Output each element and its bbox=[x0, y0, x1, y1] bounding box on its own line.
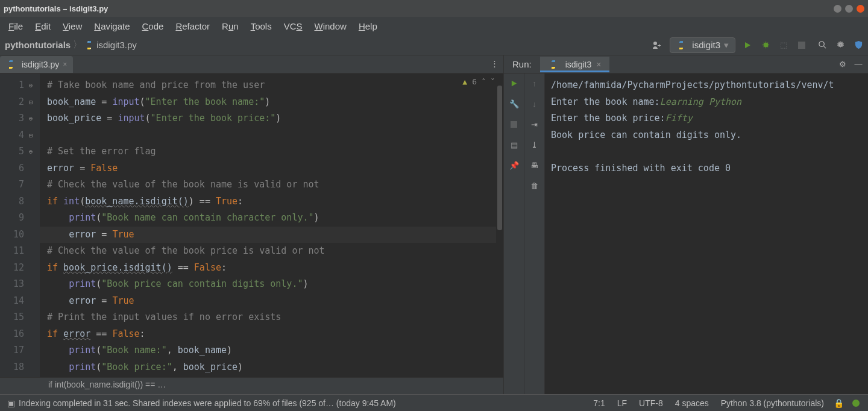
pin-icon[interactable]: 📌 bbox=[509, 160, 519, 170]
svg-point-0 bbox=[87, 41, 88, 42]
search-icon[interactable] bbox=[817, 40, 827, 50]
tool-windows-icon[interactable]: ▣ bbox=[4, 398, 19, 408]
add-user-icon[interactable] bbox=[652, 40, 661, 50]
window-title: pythontutorials – isdigit3.py bbox=[4, 4, 108, 13]
run-toolbar-col1: 🔧 ▤ 📌 bbox=[504, 74, 524, 394]
down-arrow-icon[interactable]: ↓ bbox=[530, 99, 539, 108]
stop-button[interactable] bbox=[797, 40, 807, 50]
console-output[interactable]: /home/fahmida/PycharmProjects/pythontuto… bbox=[545, 74, 868, 394]
python-file-icon bbox=[6, 60, 16, 69]
breadcrumb-inline[interactable]: if int(book_name.isdigit()) == … bbox=[48, 380, 166, 389]
gear-icon[interactable]: ⚙ bbox=[838, 60, 848, 69]
menu-refactor[interactable]: Refactor bbox=[169, 19, 216, 34]
run-body: 🔧 ▤ 📌 ↑ ↓ ⇥ ⤓ 🖶 🗑 /home/fahmida/PycharmP… bbox=[504, 74, 868, 394]
wrench-icon[interactable]: 🔧 bbox=[509, 99, 519, 108]
gear-icon[interactable] bbox=[835, 40, 845, 50]
line-separator[interactable]: LF bbox=[611, 398, 633, 408]
menu-edit[interactable]: Edit bbox=[29, 19, 57, 34]
python-icon bbox=[676, 40, 686, 50]
chevron-down-icon: ▾ bbox=[724, 40, 729, 51]
editor-tabs: isdigit3.py × ⋮ bbox=[0, 55, 503, 74]
scrollbar-thumb[interactable] bbox=[497, 86, 502, 230]
editor-tab-label: isdigit3.py bbox=[22, 60, 59, 69]
chevron-right-icon: 〉 bbox=[73, 39, 82, 51]
run-config-name: isdigit3 bbox=[692, 40, 720, 50]
status-indicator-icon[interactable] bbox=[852, 400, 860, 407]
chevron-up-icon[interactable]: ˄ bbox=[482, 77, 486, 86]
warning-icon: ▲ bbox=[462, 77, 467, 86]
editor-tab-isdigit3[interactable]: isdigit3.py × bbox=[0, 56, 73, 73]
hide-panel-icon[interactable]: — bbox=[854, 60, 863, 69]
window-titlebar: pythontutorials – isdigit3.py bbox=[0, 0, 868, 17]
debug-button[interactable] bbox=[761, 40, 770, 50]
breadcrumb-file-item[interactable]: isdigit3.py bbox=[84, 40, 137, 50]
svg-point-4 bbox=[819, 42, 823, 46]
menu-window[interactable]: Window bbox=[309, 19, 353, 34]
breadcrumb: pythontutorials 〉 isdigit3.py bbox=[5, 39, 137, 51]
editor-panel: isdigit3.py × ⋮ 123456789101112131415161… bbox=[0, 55, 504, 394]
line-number-gutter: 123456789101112131415161718 bbox=[0, 74, 29, 377]
file-encoding[interactable]: UTF-8 bbox=[633, 398, 669, 408]
editor-breadcrumb-bar: if int(book_name.isdigit()) == … bbox=[0, 377, 503, 394]
breadcrumb-root[interactable]: pythontutorials bbox=[5, 40, 71, 50]
tab-close-icon[interactable]: × bbox=[63, 60, 67, 69]
code-content[interactable]: # Take book name and price from the user… bbox=[40, 74, 503, 377]
run-header: Run: isdigit3 × ⚙ — bbox=[504, 55, 868, 74]
warning-count: 6 bbox=[472, 77, 477, 86]
status-message: Indexing completed in 31 sec. Shared ind… bbox=[19, 398, 396, 408]
menu-help[interactable]: Help bbox=[353, 19, 383, 34]
python-interpreter[interactable]: Python 3.8 (pythontutorials) bbox=[715, 398, 830, 408]
soft-wrap-icon[interactable]: ⇥ bbox=[530, 119, 539, 129]
chevron-down-icon[interactable]: ˅ bbox=[491, 77, 495, 86]
ide-shield-icon[interactable] bbox=[854, 40, 863, 50]
menu-code[interactable]: Code bbox=[136, 19, 170, 34]
python-icon bbox=[549, 60, 558, 69]
run-button[interactable] bbox=[743, 40, 752, 50]
run-tab-label: isdigit3 bbox=[565, 60, 592, 69]
run-tool-window: Run: isdigit3 × ⚙ — 🔧 ▤ 📌 ↑ ↓ ⇥ ⤓ bbox=[504, 55, 868, 394]
svg-point-1 bbox=[90, 48, 90, 48]
run-config-selector[interactable]: isdigit3 ▾ bbox=[670, 37, 735, 53]
run-toolbar-col2: ↑ ↓ ⇥ ⤓ 🖶 🗑 bbox=[524, 74, 545, 394]
close-icon[interactable] bbox=[857, 5, 864, 13]
menu-run[interactable]: Run bbox=[216, 19, 245, 34]
stop-button[interactable] bbox=[509, 119, 519, 129]
more-tabs-icon[interactable]: ⋮ bbox=[491, 59, 498, 68]
code-editor[interactable]: 123456789101112131415161718 ⊖⊟⊖⊟⊖ # Take… bbox=[0, 74, 503, 377]
editor-scrollbar[interactable] bbox=[496, 74, 503, 377]
menu-view[interactable]: View bbox=[57, 19, 88, 34]
fold-gutter: ⊖⊟⊖⊟⊖ bbox=[29, 74, 40, 377]
minimize-icon[interactable] bbox=[834, 5, 841, 13]
coverage-button[interactable]: ⬚ bbox=[779, 40, 788, 50]
trash-icon[interactable]: 🗑 bbox=[530, 181, 539, 190]
main-split: isdigit3.py × ⋮ 123456789101112131415161… bbox=[0, 55, 868, 394]
svg-rect-3 bbox=[798, 42, 805, 49]
breadcrumb-file: isdigit3.py bbox=[96, 40, 137, 50]
svg-rect-6 bbox=[511, 121, 517, 128]
tab-close-icon[interactable]: × bbox=[596, 60, 601, 69]
menu-navigate[interactable]: Navigate bbox=[88, 19, 136, 34]
print-icon[interactable]: 🖶 bbox=[530, 160, 539, 170]
python-file-icon bbox=[84, 40, 94, 50]
run-tab-isdigit3[interactable]: isdigit3 × bbox=[540, 57, 610, 72]
menu-vcs[interactable]: VCS bbox=[278, 19, 309, 34]
inspection-widget[interactable]: ▲ 6 ˄ ˅ bbox=[462, 77, 495, 86]
run-title: Run: bbox=[504, 59, 540, 69]
up-arrow-icon[interactable]: ↑ bbox=[530, 78, 539, 88]
layout-icon[interactable]: ▤ bbox=[509, 140, 519, 149]
indent-setting[interactable]: 4 spaces bbox=[669, 398, 715, 408]
caret-position[interactable]: 7:1 bbox=[587, 398, 611, 408]
status-bar: ▣ Indexing completed in 31 sec. Shared i… bbox=[0, 394, 868, 411]
navigation-toolbar: pythontutorials 〉 isdigit3.py isdigit3 ▾… bbox=[0, 35, 868, 55]
rerun-button[interactable] bbox=[509, 78, 519, 88]
maximize-icon[interactable] bbox=[845, 5, 853, 13]
lock-icon[interactable]: 🔒 bbox=[830, 398, 848, 408]
scroll-end-icon[interactable]: ⤓ bbox=[530, 140, 539, 149]
menu-file[interactable]: File bbox=[2, 19, 29, 34]
menu-tools[interactable]: Tools bbox=[245, 19, 278, 34]
menu-bar: File Edit View Navigate Code Refactor Ru… bbox=[0, 17, 868, 35]
